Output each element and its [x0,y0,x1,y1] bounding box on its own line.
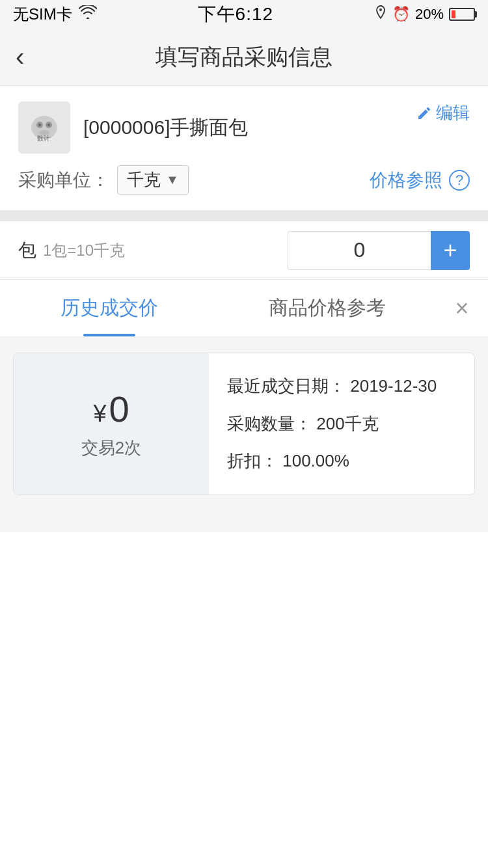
status-left: 无SIM卡 [13,4,97,25]
unit-select[interactable]: 千克 ▼ [117,165,189,195]
edit-button[interactable]: 编辑 [416,102,470,124]
product-name: [0000006]手撕面包 [83,115,248,141]
section-divider [0,211,488,221]
tab-product-price-ref-label: 商品价格参考 [269,295,386,321]
purchase-qty-label: 采购数量： [227,414,312,433]
transaction-price: ¥ 0 [93,388,129,430]
purchase-qty-value: 200千克 [316,414,378,433]
empty-area [0,532,488,868]
price-symbol: ¥ [93,400,106,427]
page-title: 填写商品采购信息 [156,42,332,72]
price-reference-button[interactable]: 价格参照 ? [370,168,470,193]
discount-label: 折扣： [227,451,278,470]
alarm-icon: ⏰ [392,6,410,23]
status-right: ⏰ 20% [374,5,475,23]
location-icon [374,5,387,23]
unit-label: 采购单位： 千克 ▼ [18,165,189,195]
tab-active-indicator [83,334,135,336]
discount-row: 折扣： 100.00% [227,448,456,475]
svg-text:数计: 数计 [37,135,50,142]
product-thumbnail: 数计 [18,102,70,154]
svg-point-0 [379,8,382,11]
recent-date-row: 最近成交日期： 2019-12-30 [227,373,456,400]
nav-bar: ‹ 填写商品采购信息 [0,29,488,86]
dropdown-arrow-icon: ▼ [166,172,179,187]
discount-value: 100.00% [282,451,349,470]
tab-history-price[interactable]: 历史成交价 [0,280,218,336]
carrier-text: 无SIM卡 [13,4,72,25]
battery-icon [449,8,475,21]
help-icon: ? [449,170,470,191]
status-time: 下午6:12 [198,2,274,27]
quantity-unit-conversion: 1包=10千克 [43,240,125,261]
quantity-input[interactable] [288,231,431,270]
quantity-input-group: + [138,231,470,270]
purchase-qty-row: 采购数量： 200千克 [227,411,456,438]
status-bar: 无SIM卡 下午6:12 ⏰ 20% [0,0,488,29]
price-value: 0 [109,388,129,430]
trade-count: 交易2次 [81,437,141,459]
quantity-plus-button[interactable]: + [431,231,470,270]
transaction-price-panel: ¥ 0 交易2次 [14,353,209,495]
transaction-card: ¥ 0 交易2次 最近成交日期： 2019-12-30 采购数量： 200千克 … [13,353,475,495]
transaction-details-panel: 最近成交日期： 2019-12-30 采购数量： 200千克 折扣： 100.0… [209,353,474,495]
recent-date-label: 最近成交日期： [227,376,346,396]
tab-close-button[interactable]: × [436,295,488,322]
product-card: 数计 [0000006]手撕面包 编辑 采购单位： 千克 ▼ 价格参照 ? [0,86,488,211]
battery-percent: 20% [415,6,444,23]
svg-point-4 [38,124,41,126]
tab-history-price-label: 历史成交价 [61,295,158,321]
tab-product-price-ref[interactable]: 商品价格参考 [218,280,436,336]
quantity-unit-label: 包 [18,238,36,263]
svg-point-5 [47,124,50,126]
tabs-section: 历史成交价 商品价格参考 × ¥ 0 交易2次 最近成交日期： 2019-12-… [0,280,488,532]
quantity-row: 包 1包=10千克 + [0,221,488,280]
quantity-unit-badge: 包 1包=10千克 [18,238,125,263]
back-button[interactable]: ‹ [16,42,24,72]
tabs-header: 历史成交价 商品价格参考 × [0,280,488,337]
tab-content-area: ¥ 0 交易2次 最近成交日期： 2019-12-30 采购数量： 200千克 … [0,337,488,532]
recent-date-value: 2019-12-30 [350,376,437,396]
product-left: 数计 [0000006]手撕面包 [18,102,248,154]
wifi-icon [79,5,97,23]
